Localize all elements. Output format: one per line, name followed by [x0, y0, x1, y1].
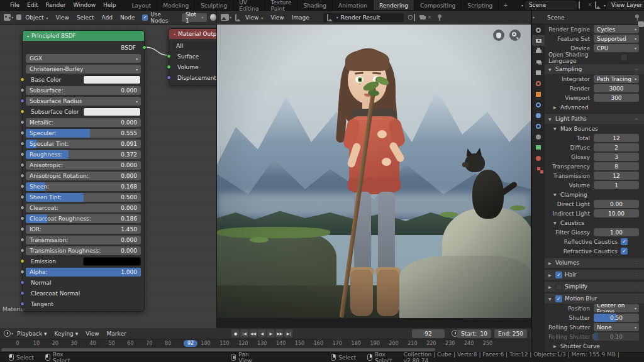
input-socket-anisotropic[interactable] — [20, 163, 25, 167]
input-socket-subsurface[interactable] — [20, 88, 25, 92]
input-socket-clearcoat[interactable] — [20, 206, 25, 210]
slider-clearcoat[interactable]: Clearcoat:0.000 — [26, 204, 141, 212]
node-menu-node[interactable]: Node — [116, 14, 139, 21]
slider-alpha[interactable]: Alpha:1.000 — [26, 268, 141, 277]
slider-rolling-shutter-dur[interactable]: 0.10 — [594, 332, 639, 341]
material-output-node[interactable]: ▾ Material Output AllSurfaceVolumeDispla… — [169, 28, 217, 85]
properties-tab-object[interactable] — [532, 89, 545, 99]
principled-bsdf-header[interactable]: ▾ Principled BSDF — [23, 31, 144, 41]
panel-shutter-curve[interactable]: ▶Shutter Curve — [545, 341, 644, 351]
image-mode-dropdown[interactable]: View ▾ — [242, 14, 267, 21]
properties-tab-material[interactable] — [532, 153, 545, 163]
properties-tab-view-layer[interactable] — [532, 57, 545, 67]
select-feature-set[interactable]: Supported▾ — [594, 35, 639, 43]
input-socket-transmission-roughness[interactable] — [20, 248, 25, 253]
delete-scene-icon[interactable]: × — [587, 2, 593, 8]
properties-tab-scene[interactable] — [532, 67, 545, 78]
field-glossy[interactable]: 3 — [594, 153, 639, 161]
slider-specular[interactable]: Specular:0.555 — [26, 129, 141, 138]
select-position[interactable]: Center on Frame▾ — [594, 304, 639, 312]
properties-tab-texture[interactable] — [532, 163, 545, 174]
slider-clearcoat-roughness[interactable]: Clearcoat Roughness:0.186 — [26, 214, 141, 223]
node-menu-select[interactable]: Select — [73, 14, 98, 21]
play-button[interactable]: ▶ — [267, 329, 275, 337]
field-total[interactable]: 12 — [594, 134, 639, 142]
workspace-tab-scripting[interactable]: Scripting — [462, 0, 499, 10]
slider-sheen[interactable]: Sheen:0.168 — [26, 182, 141, 191]
select-render-engine[interactable]: Cycles▾ — [594, 25, 639, 33]
menu-render[interactable]: Render — [42, 2, 70, 8]
color-swatch-emission[interactable] — [83, 257, 141, 266]
node-editor-type-icon[interactable] — [4, 14, 11, 21]
pan-view-button[interactable] — [493, 30, 504, 41]
timeline-editor-type-icon[interactable] — [4, 330, 11, 337]
slider-anisotropic[interactable]: Anisotropic:0.000 — [26, 161, 141, 170]
node-menu-add[interactable]: Add — [98, 14, 116, 21]
shader-node-editor[interactable]: Material ▾ Principled BSDF BSDFGGX▾Chris… — [0, 25, 217, 328]
field-filter-glossy[interactable]: 1.00 — [594, 228, 639, 236]
input-socket-normal[interactable] — [20, 280, 25, 285]
field-render[interactable]: 3000 — [594, 84, 639, 92]
timeline-menu-keying[interactable]: Keying ▾ — [51, 331, 82, 337]
panel-motion-blur[interactable]: ▼✓Motion Blur∷ — [545, 293, 644, 304]
frame-end-field[interactable]: End:250 — [494, 329, 527, 338]
select-device[interactable]: CPU▾ — [594, 44, 639, 52]
new-scene-icon[interactable] — [579, 2, 585, 8]
jump-to-end-button[interactable]: ▶| — [284, 329, 292, 337]
panel-advanced[interactable]: ▶Advanced — [545, 102, 644, 112]
select-integrator[interactable]: Path Tracing▾ — [594, 75, 639, 83]
field-volume[interactable]: 1 — [594, 181, 639, 189]
image-menu-view[interactable]: View — [267, 14, 287, 21]
scene-browse-chevron-icon[interactable]: ▾ — [521, 3, 523, 8]
menu-file[interactable]: File — [6, 2, 23, 8]
menu-edit[interactable]: Edit — [23, 2, 42, 8]
open-image-icon[interactable] — [420, 14, 426, 21]
workspace-tab-shading[interactable]: Shading — [297, 0, 333, 10]
next-keyframe-button[interactable]: ▶▶ — [275, 329, 284, 337]
slider-roughness[interactable]: Roughness:0.372 — [26, 150, 141, 159]
properties-tab-particles[interactable] — [532, 110, 545, 121]
shader-type-dropdown[interactable]: Object ▾ — [21, 14, 52, 21]
dropdown-ggx[interactable]: GGX▾ — [26, 54, 141, 63]
current-frame-indicator[interactable]: 92 — [184, 340, 197, 347]
dropdown-christensen-burley[interactable]: Christensen-Burley▾ — [26, 65, 141, 74]
field-viewport[interactable]: 300 — [594, 94, 639, 102]
checkbox-refractive-caustics[interactable]: ✓ — [621, 248, 628, 255]
panel-hair[interactable]: ▶✓Hair∷ — [545, 269, 644, 280]
input-socket-base-color[interactable] — [20, 77, 25, 82]
input-socket-roughness[interactable] — [20, 152, 25, 156]
properties-tab-modifiers[interactable] — [532, 99, 545, 110]
input-socket-clearcoat-roughness[interactable] — [20, 216, 25, 221]
output-socket-bsdf[interactable] — [142, 45, 147, 50]
slider-specular-tint[interactable]: Specular Tint:0.091 — [26, 140, 141, 148]
current-frame-field[interactable]: 92 — [412, 329, 445, 338]
properties-tab-tool[interactable] — [532, 25, 545, 35]
panel-max-bounces[interactable]: ▼Max Bounces — [545, 124, 644, 133]
checkbox-hair[interactable]: ✓ — [555, 272, 562, 278]
timeline-ruler[interactable]: 0102030405060708090100110120130140150160… — [0, 339, 531, 352]
slider-metallic[interactable]: Metallic:0.000 — [26, 118, 141, 127]
properties-tab-world[interactable] — [532, 78, 545, 89]
input-socket-specular-tint[interactable] — [20, 141, 25, 146]
color-swatch-base-color[interactable] — [83, 75, 141, 84]
panel-volumes[interactable]: ▶Volumes∷ — [545, 257, 644, 268]
view-layer-browse-chevron-icon[interactable]: ▾ — [604, 3, 606, 8]
unlink-image-icon[interactable]: × — [426, 14, 433, 21]
play-reverse-button[interactable]: ◀ — [258, 329, 266, 337]
panel-clamping[interactable]: ▼Clamping — [545, 190, 644, 199]
prev-keyframe-button[interactable]: ◀◀ — [249, 329, 257, 337]
workspace-tab-animation[interactable]: Animation — [333, 0, 374, 10]
material-output-header[interactable]: ▾ Material Output — [169, 29, 217, 39]
properties-editor-chevron-icon[interactable]: ▾ — [533, 15, 535, 19]
material-preview-icon[interactable] — [210, 14, 216, 21]
slider-transmission-roughness[interactable]: Transmission Roughness:0.000 — [26, 246, 141, 255]
record-button[interactable]: ● — [231, 329, 240, 337]
slider-subsurface[interactable]: Subsurface:0.000 — [26, 86, 141, 95]
zoom-view-button[interactable] — [509, 30, 521, 41]
input-socket-specular[interactable] — [20, 131, 25, 135]
input-socket-displacement[interactable] — [167, 75, 171, 80]
field-transparency[interactable]: 8 — [594, 162, 639, 170]
input-socket-emission[interactable] — [20, 259, 25, 263]
workspace-tab-texture-paint[interactable]: Texture Paint — [265, 0, 298, 10]
input-socket-tangent[interactable] — [20, 302, 25, 306]
